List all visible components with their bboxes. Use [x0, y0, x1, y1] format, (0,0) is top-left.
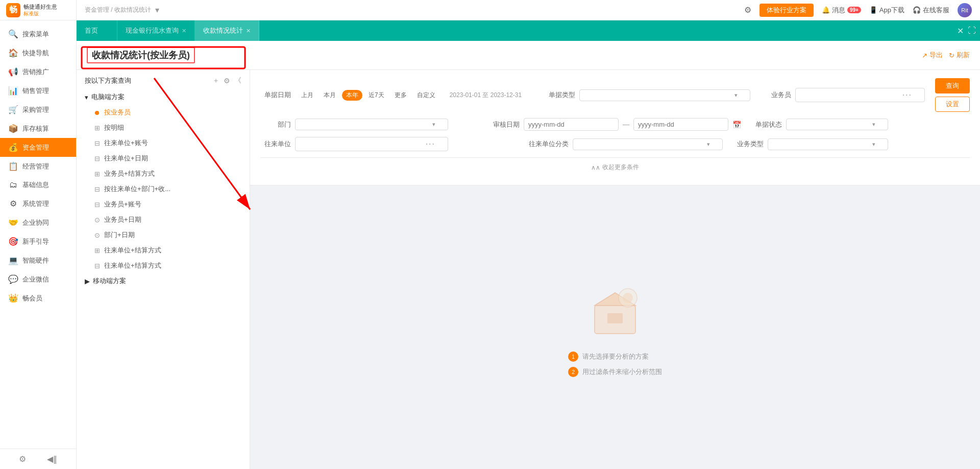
- tree-item-salesperson-settle[interactable]: ⊞ 业务员+结算方式: [85, 166, 250, 181]
- date-tab-prev-month[interactable]: 上月: [297, 90, 317, 101]
- scheme-settings-icon[interactable]: ⚙: [224, 77, 230, 85]
- tree-item-partner-date[interactable]: ⊟ 往来单位+日期: [85, 151, 250, 166]
- tab-receipt-close-icon[interactable]: ✕: [246, 28, 251, 34]
- sidebar-label-purchase: 采购管理: [22, 105, 49, 114]
- tree-dd-icon: ⊙: [93, 231, 101, 239]
- review-date-start-input[interactable]: [524, 118, 619, 131]
- salesperson-more-icon[interactable]: ···: [902, 90, 912, 100]
- close-window-icon[interactable]: ✕: [957, 26, 964, 36]
- tab-receipt[interactable]: 收款情况统计 ✕: [195, 20, 259, 41]
- sidebar-label-hardware: 智能硬件: [22, 256, 49, 265]
- collapse-text: ∧∧ 收起更多条件: [591, 163, 639, 172]
- active-scheme-icon: [93, 109, 101, 116]
- date-tab-this-year[interactable]: 本年: [342, 90, 362, 101]
- tab-receipt-label: 收款情况统计: [203, 26, 243, 35]
- tree-item-label-pdc: 按往来单位+部门+收...: [104, 184, 170, 194]
- docstatus-select[interactable]: ▾: [786, 119, 888, 130]
- sidebar-item-search[interactable]: 🔍 搜索菜单: [0, 25, 76, 43]
- collapse-bar[interactable]: ∧∧ 收起更多条件: [260, 157, 970, 177]
- sidebar-item-inventory[interactable]: 📦 库存核算: [0, 119, 76, 138]
- tree-item-by-salesperson[interactable]: 按业务员: [85, 105, 250, 120]
- sidebar-item-finance[interactable]: 💰 资金管理: [0, 138, 76, 157]
- sidebar-label-inventory: 库存核算: [22, 124, 49, 133]
- partner-more-icon[interactable]: ···: [426, 139, 435, 149]
- review-date-end-input[interactable]: [633, 118, 728, 131]
- tree-item-partner-settle1[interactable]: ⊞ 往来单位+结算方式: [85, 243, 250, 258]
- doctype-select[interactable]: ▾: [579, 89, 750, 101]
- sidebar-label-operation: 经营管理: [22, 162, 49, 171]
- settings-bottom-icon[interactable]: ⚙: [19, 454, 26, 464]
- trial-button[interactable]: 体验行业方案: [760, 4, 814, 17]
- export-button[interactable]: ↗ 导出: [922, 51, 943, 60]
- partner-select[interactable]: ···: [295, 137, 448, 151]
- add-scheme-icon[interactable]: ＋: [212, 76, 219, 85]
- tree-group-mobile-label: 移动端方案: [93, 276, 126, 286]
- sidebar-label-finance: 资金管理: [22, 143, 49, 152]
- messages-button[interactable]: 🔔 消息 99+: [822, 6, 861, 15]
- tree-item-salesperson-account[interactable]: ⊟ 业务员+账号: [85, 197, 250, 212]
- sidebar-item-sales[interactable]: 📊 销售管理: [0, 81, 76, 100]
- tab-bank[interactable]: 现金银行流水查询 ✕: [117, 20, 195, 41]
- sidebar-label-corp: 企业协同: [22, 218, 49, 227]
- date-tab-last7[interactable]: 近7天: [364, 90, 388, 101]
- tab-bank-close-icon[interactable]: ✕: [182, 28, 186, 34]
- calendar-icon[interactable]: 📅: [732, 121, 741, 129]
- tree-pd-icon: ⊟: [93, 155, 101, 162]
- tree-group-mobile[interactable]: ▶ 移动端方案: [77, 273, 250, 289]
- date-tab-custom[interactable]: 自定义: [413, 90, 439, 101]
- maximize-icon[interactable]: ⛶: [968, 26, 976, 35]
- avatar-text: Rit: [961, 7, 968, 13]
- sidebar-item-wechat[interactable]: 💬 企业微信: [0, 270, 76, 289]
- sidebar-label-baseinfo: 基础信息: [22, 180, 49, 190]
- dept-select[interactable]: ▾: [295, 119, 448, 130]
- tree-ps2-icon: ⊟: [93, 262, 101, 270]
- collapse-sidebar-icon[interactable]: ◀‖: [47, 454, 57, 464]
- tree-item-partner-dept[interactable]: ⊟ 按往来单位+部门+收...: [85, 181, 250, 197]
- biztype-select[interactable]: ▾: [768, 138, 888, 150]
- filter-row-date: 单据日期 上月 本月 本年 近7天 更多 自定义 2023-01-01 至: [260, 78, 970, 112]
- left-panel: 按以下方案查询 ＋ ⚙ 《 ▾ 电脑端方案 按业务员 ⊞ 按明细: [77, 70, 250, 469]
- refresh-button[interactable]: ↻ 刷新: [949, 51, 970, 60]
- salesperson-select[interactable]: ···: [795, 88, 925, 102]
- sidebar-item-corp[interactable]: 🤝 企业协同: [0, 213, 76, 232]
- date-end: 2023-12-31: [491, 91, 522, 99]
- sidebar-item-hardware[interactable]: 💻 智能硬件: [0, 251, 76, 270]
- query-button[interactable]: 查询: [935, 78, 970, 93]
- sales-icon: 📊: [8, 86, 18, 96]
- main-content: 收款情况统计(按业务员) ↗ 导出 ↻ 刷新 按以下方案查询 ＋ ⚙ 《 ▾: [77, 41, 980, 469]
- sidebar-item-baseinfo[interactable]: 🗂 基础信息: [0, 176, 76, 194]
- online-service-button[interactable]: 🎧 在线客服: [913, 6, 949, 15]
- tree-item-partner-account[interactable]: ⊟ 往来单位+账号: [85, 135, 250, 151]
- logo-area: 畅 畅捷通好生意 标准版: [0, 0, 76, 20]
- sidebar-label-search: 搜索菜单: [22, 30, 49, 39]
- sidebar: 畅 畅捷通好生意 标准版 🔍 搜索菜单 🏠 快捷导航 📢 营销推广 📊 销售管理…: [0, 0, 77, 469]
- breadcrumb-dropdown-icon[interactable]: ▾: [155, 5, 159, 15]
- sidebar-item-guide[interactable]: 🎯 新手引导: [0, 232, 76, 251]
- sidebar-item-quicknav[interactable]: 🏠 快捷导航: [0, 43, 76, 62]
- settings-button[interactable]: 设置: [935, 97, 970, 112]
- tab-home[interactable]: 首页: [77, 20, 117, 41]
- sidebar-item-system[interactable]: ⚙ 系统管理: [0, 194, 76, 213]
- collapse-panel-icon[interactable]: 《: [234, 76, 241, 85]
- tree-item-salesperson-date[interactable]: ⊙ 业务员+日期: [85, 212, 250, 227]
- user-avatar[interactable]: Rit: [958, 3, 972, 17]
- sidebar-item-purchase[interactable]: 🛒 采购管理: [0, 100, 76, 119]
- right-panel: 单据日期 上月 本月 本年 近7天 更多 自定义 2023-01-01 至: [250, 70, 980, 469]
- settings-icon[interactable]: ⚙: [744, 5, 751, 15]
- tree-item-by-detail[interactable]: ⊞ 按明细: [85, 120, 250, 135]
- tree-group-desktop[interactable]: ▾ 电脑端方案: [77, 89, 250, 105]
- tab-bar-actions: ✕ ⛶: [957, 20, 980, 41]
- partner-cat-select[interactable]: ▾: [573, 138, 723, 150]
- dept-filter-group: 部门 ▾: [260, 119, 479, 130]
- sidebar-item-marketing[interactable]: 📢 营销推广: [0, 62, 76, 81]
- sidebar-item-member[interactable]: 👑 畅会员: [0, 289, 76, 308]
- sidebar-label-guide: 新手引导: [22, 237, 49, 246]
- tree-item-partner-settle2[interactable]: ⊟ 往来单位+结算方式: [85, 258, 250, 273]
- date-tab-more[interactable]: 更多: [390, 90, 411, 101]
- app-download-button[interactable]: 📱 App下载: [869, 6, 904, 15]
- date-tab-this-month[interactable]: 本月: [320, 90, 340, 101]
- sidebar-item-operation[interactable]: 📋 经营管理: [0, 157, 76, 176]
- tree-item-label-partner-account: 往来单位+账号: [104, 138, 148, 148]
- filter-area: 单据日期 上月 本月 本年 近7天 更多 自定义 2023-01-01 至: [250, 70, 980, 185]
- tree-item-dept-date[interactable]: ⊙ 部门+日期: [85, 227, 250, 243]
